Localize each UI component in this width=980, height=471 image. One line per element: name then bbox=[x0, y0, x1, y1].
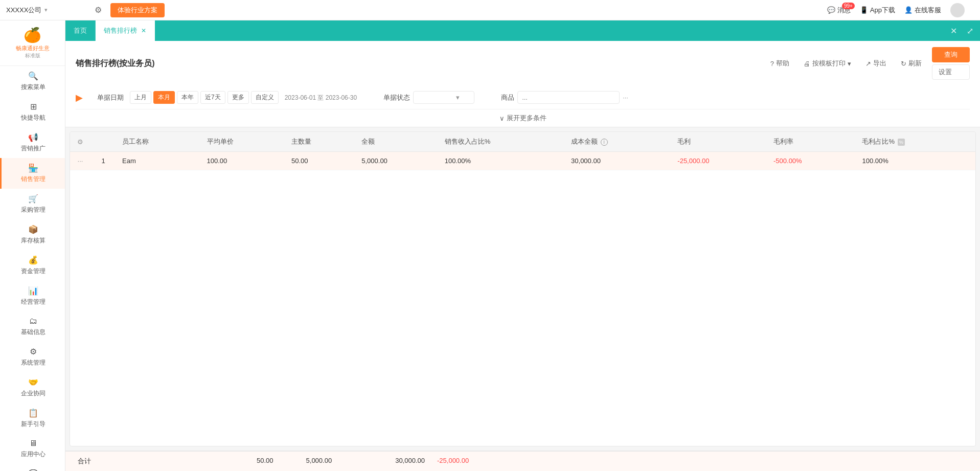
row-quantity: 50.00 bbox=[285, 152, 355, 170]
print-icon: 🖨 bbox=[804, 60, 810, 68]
footer-label: 合计 bbox=[72, 457, 97, 466]
page-title-row: 销售排行榜(按业务员) ? 帮助 🖨 按模板打印 ▾ ↗ bbox=[76, 47, 970, 80]
col-header-quantity: 主数量 bbox=[285, 132, 355, 152]
sidebar-label-operations: 经营管理 bbox=[21, 298, 45, 306]
row-name: Eam bbox=[116, 152, 201, 170]
help-icon: ? bbox=[770, 60, 774, 68]
print-button[interactable]: 🖨 按模板打印 ▾ bbox=[800, 57, 855, 70]
operations-icon: 📊 bbox=[28, 286, 38, 296]
logo-text: 畅康通好生意 bbox=[16, 44, 50, 52]
shortcut-icon: ⊞ bbox=[30, 102, 37, 111]
goods-input[interactable] bbox=[517, 91, 620, 104]
app-icon: 📱 bbox=[860, 6, 868, 14]
expand-icon: ∨ bbox=[499, 115, 505, 122]
footer-spacer3 bbox=[338, 457, 389, 466]
sidebar-item-purchase[interactable]: 🛒 采购管理 bbox=[0, 189, 65, 219]
cost-info-icon[interactable]: i bbox=[601, 139, 608, 146]
sidebar-item-appstore[interactable]: 🖥 应用中心 bbox=[0, 434, 65, 464]
company-settings-icon[interactable]: ⚙ bbox=[91, 3, 105, 17]
filter-toggle-btn[interactable]: ▶ bbox=[76, 92, 83, 103]
row-gross-ratio: 100.00% bbox=[856, 152, 975, 170]
print-dropdown-icon: ▾ bbox=[848, 60, 851, 68]
data-table: ⚙ 员工名称 平均单价 主数量 全额 销售收入占比% 成本全额 i 毛利 bbox=[70, 132, 975, 170]
sidebar-item-enterprise[interactable]: 🤝 企业协同 bbox=[0, 372, 65, 403]
query-button[interactable]: 查询 bbox=[932, 47, 970, 62]
top-header: XXXXX公司 ▾ ⚙ 体验行业方案 💬 消息 99+ 📱 App下载 👤 在线… bbox=[0, 0, 980, 20]
col-header-settings[interactable]: ⚙ bbox=[70, 132, 90, 152]
filter-last-month[interactable]: 上月 bbox=[130, 91, 151, 104]
tab-actions: ✕ ⤢ bbox=[947, 20, 980, 41]
expand-more-row[interactable]: ∨ 展开更多条件 bbox=[76, 109, 970, 127]
status-label: 单据状态 bbox=[383, 93, 410, 102]
sidebar-item-inventory[interactable]: 📦 库存核算 bbox=[0, 219, 65, 250]
row-cost: 30,000.00 bbox=[565, 152, 671, 170]
online-service-button[interactable]: 👤 在线客服 bbox=[904, 6, 941, 15]
sidebar-item-marketing[interactable]: 📢 营销推广 bbox=[0, 127, 65, 158]
sidebar-item-wechat[interactable]: 💬 企业微信 bbox=[0, 464, 65, 471]
status-filter: 单据状态 ▾ bbox=[383, 91, 474, 104]
sidebar-label-enterprise: 企业协同 bbox=[21, 389, 45, 398]
row-avg-price: 100.00 bbox=[201, 152, 286, 170]
sidebar-item-basic[interactable]: 🗂 基础信息 bbox=[0, 311, 65, 342]
page-header: 销售排行榜(按业务员) ? 帮助 🖨 按模板打印 ▾ ↗ bbox=[65, 41, 980, 127]
gross-ratio-icon[interactable]: % bbox=[898, 139, 905, 146]
main-layout: 🍊 畅康通好生意 标准版 🔍 搜索菜单 ⊞ 快捷导航 📢 营销推广 🏪 销售管理… bbox=[0, 20, 980, 471]
sidebar-item-finance[interactable]: 💰 资金管理 bbox=[0, 250, 65, 281]
tab-expand-btn[interactable]: ⤢ bbox=[964, 25, 976, 37]
export-button[interactable]: ↗ 导出 bbox=[861, 57, 891, 70]
sidebar-item-guide[interactable]: 📋 新手引导 bbox=[0, 403, 65, 434]
col-header-gross: 毛利 bbox=[671, 132, 767, 152]
table-footer: 合计 50.00 5,000.00 30,000.00 -25,000.00 bbox=[65, 451, 980, 471]
page-title: 销售排行榜(按业务员) bbox=[76, 58, 155, 69]
filter-custom[interactable]: 自定义 bbox=[251, 91, 279, 104]
sidebar-item-search[interactable]: 🔍 搜索菜单 bbox=[0, 66, 65, 97]
filter-this-month[interactable]: 本月 bbox=[153, 91, 175, 104]
message-button[interactable]: 💬 消息 99+ bbox=[827, 6, 851, 15]
date-filter-label: 单据日期 bbox=[97, 93, 124, 102]
settings-button[interactable]: 设置 bbox=[932, 64, 970, 80]
message-icon: 💬 bbox=[827, 6, 835, 14]
sidebar-label-system: 系统管理 bbox=[21, 358, 45, 367]
avatar[interactable] bbox=[950, 3, 965, 17]
top-right-area: 💬 消息 99+ 📱 App下载 👤 在线客服 bbox=[827, 3, 974, 17]
sidebar-label-basic: 基础信息 bbox=[21, 328, 45, 337]
content-area: 首页 销售排行榜 ✕ ✕ ⤢ 销售排行榜(按业务员) ? 帮助 bbox=[65, 20, 980, 471]
sidebar-item-sales[interactable]: 🏪 销售管理 bbox=[0, 158, 65, 189]
page-actions: ? 帮助 🖨 按模板打印 ▾ ↗ 导出 ↻ bbox=[766, 47, 970, 80]
sidebar-item-system[interactable]: ⚙ 系统管理 bbox=[0, 342, 65, 372]
tab-close-icon[interactable]: ✕ bbox=[141, 27, 146, 34]
goods-more-icon[interactable]: ··· bbox=[623, 94, 628, 101]
experience-button[interactable]: 体验行业方案 bbox=[110, 3, 165, 17]
sidebar-label-purchase: 采购管理 bbox=[21, 206, 45, 214]
row-settings[interactable]: ··· bbox=[70, 152, 90, 170]
app-download-button[interactable]: 📱 App下载 bbox=[860, 6, 895, 15]
refresh-button[interactable]: ↻ 刷新 bbox=[897, 57, 926, 70]
tab-home-label: 首页 bbox=[74, 26, 87, 35]
sidebar-item-shortcut[interactable]: ⊞ 快捷导航 bbox=[0, 97, 65, 127]
tab-close-all-btn[interactable]: ✕ bbox=[947, 25, 960, 37]
footer-spacer2 bbox=[280, 457, 300, 466]
search-icon: 🔍 bbox=[28, 71, 38, 81]
footer-gross: -25,000.00 bbox=[431, 457, 475, 466]
basic-icon: 🗂 bbox=[29, 317, 37, 326]
row-gross-rate: -500.00% bbox=[767, 152, 856, 170]
appstore-icon: 🖥 bbox=[29, 439, 37, 448]
help-button[interactable]: ? 帮助 bbox=[766, 57, 793, 70]
guide-icon: 📋 bbox=[28, 408, 38, 418]
message-badge: 99+ bbox=[842, 3, 855, 9]
footer-amount: 5,000.00 bbox=[300, 457, 338, 466]
status-select[interactable]: ▾ bbox=[413, 91, 474, 104]
filter-7days[interactable]: 近7天 bbox=[200, 91, 225, 104]
logo-icon: 🍊 bbox=[24, 27, 41, 43]
company-selector[interactable]: XXXXX公司 ▾ bbox=[6, 6, 88, 15]
filter-this-year[interactable]: 本年 bbox=[177, 91, 198, 104]
sidebar-label-inventory: 库存核算 bbox=[21, 236, 45, 245]
table-row: ··· 1 Eam 100.00 50.00 5,000.00 100.00% … bbox=[70, 152, 975, 170]
refresh-label: 刷新 bbox=[908, 59, 922, 68]
sidebar-item-operations[interactable]: 📊 经营管理 bbox=[0, 281, 65, 311]
filter-more[interactable]: 更多 bbox=[227, 91, 249, 104]
tab-home[interactable]: 首页 bbox=[65, 20, 96, 41]
tab-sales-ranking[interactable]: 销售排行榜 ✕ bbox=[96, 20, 155, 41]
sidebar-label-finance: 资金管理 bbox=[21, 267, 45, 276]
sidebar-label-appstore: 应用中心 bbox=[21, 450, 45, 459]
